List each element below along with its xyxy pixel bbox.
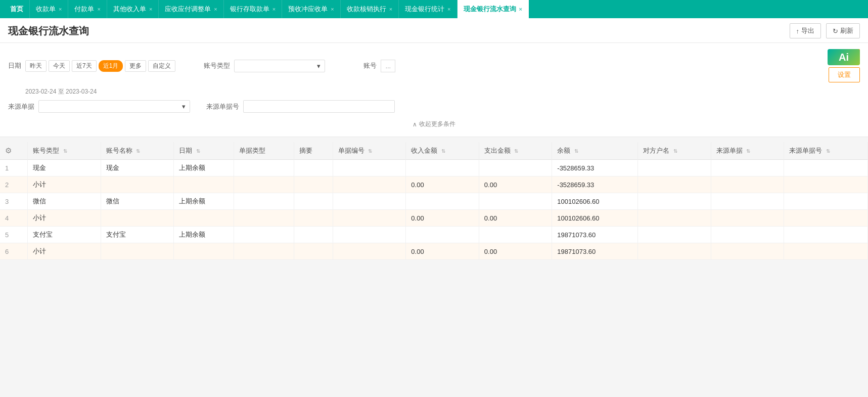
refresh-icon: ↻ xyxy=(833,27,838,35)
cell-counterparty xyxy=(638,177,711,193)
cell-balance: 19871073.60 xyxy=(552,243,638,260)
cell-account-type: 现金 xyxy=(28,160,101,177)
sort-date-icon: ⇅ xyxy=(196,148,200,154)
cell-date xyxy=(174,210,234,227)
close-payments-icon[interactable]: × xyxy=(97,6,100,12)
date-filter-group: 日期 昨天 今天 近7天 近1月 更多 自定义 xyxy=(8,60,175,72)
nav-payments[interactable]: 付款单 × xyxy=(68,0,107,18)
nav-other-income[interactable]: 其他收入单 × xyxy=(107,0,159,18)
nav-bank-stats[interactable]: 现金银行统计 × xyxy=(399,0,457,18)
source-doc-filter-group: 来源单据 ▾ xyxy=(8,100,190,113)
col-expense[interactable]: 支出金额 ⇅ xyxy=(479,142,552,160)
collapse-bar[interactable]: ∧ 收起更多条件 xyxy=(8,118,860,133)
date-label: 日期 xyxy=(8,61,21,70)
sort-account-type-icon: ⇅ xyxy=(63,148,67,154)
cell-balance: 100102606.60 xyxy=(552,210,638,227)
export-button[interactable]: ↑ 导出 xyxy=(790,23,821,38)
row-number: 6 xyxy=(0,243,28,260)
table-row: 4小计0.000.00100102606.60 xyxy=(0,210,868,227)
table-body: 1现金现金上期余额-3528659.332小计0.000.00-3528659.… xyxy=(0,160,868,260)
cell-source-doc xyxy=(711,243,784,260)
nav-write-off[interactable]: 收款核销执行 × xyxy=(341,0,399,18)
cell-income xyxy=(406,160,479,177)
col-balance[interactable]: 余额 ⇅ xyxy=(552,142,638,160)
cell-income: 0.00 xyxy=(406,210,479,227)
cell-counterparty xyxy=(638,243,711,260)
table-row: 5支付宝支付宝上期余额19871073.60 xyxy=(0,227,868,243)
refresh-button[interactable]: ↻ 刷新 xyxy=(826,23,860,38)
source-doc-no-label: 来源单据号 xyxy=(206,102,239,111)
close-write-off-icon[interactable]: × xyxy=(389,6,392,12)
date-last7days[interactable]: 近7天 xyxy=(72,60,97,72)
date-today[interactable]: 今天 xyxy=(49,60,70,72)
header-actions: ↑ 导出 ↻ 刷新 xyxy=(790,23,860,38)
ai-badge[interactable]: Ai xyxy=(828,49,860,65)
date-more[interactable]: 更多 xyxy=(125,60,146,72)
date-shortcuts: 昨天 今天 近7天 近1月 更多 自定义 xyxy=(25,60,175,72)
close-bank-flow-icon[interactable]: × xyxy=(519,6,522,12)
account-label: 账号 xyxy=(363,61,377,70)
date-last1month[interactable]: 近1月 xyxy=(99,60,123,72)
col-source-doc-no[interactable]: 来源单据号 ⇅ xyxy=(784,142,868,160)
date-custom[interactable]: 自定义 xyxy=(148,60,175,72)
sort-expense-icon: ⇅ xyxy=(514,148,518,154)
account-filter-group: 账号 ... xyxy=(363,60,395,72)
col-account-name[interactable]: 账号名称 ⇅ xyxy=(101,142,174,160)
cell-doc-type xyxy=(234,227,294,243)
source-doc-no-filter-group: 来源单据号 xyxy=(206,100,395,113)
nav-advance-receipts[interactable]: 预收冲应收单 × xyxy=(282,0,340,18)
date-yesterday[interactable]: 昨天 xyxy=(25,60,47,72)
col-doc-type[interactable]: 单据类型 xyxy=(234,142,294,160)
nav-home[interactable]: 首页 xyxy=(4,0,30,18)
col-doc-no[interactable]: 单据编号 ⇅ xyxy=(333,142,406,160)
cell-counterparty xyxy=(638,160,711,177)
cell-income: 0.00 xyxy=(406,177,479,193)
collapse-up-icon: ∧ xyxy=(413,121,417,128)
cell-counterparty xyxy=(638,227,711,243)
account-type-filter-group: 账号类型 ▾ xyxy=(204,60,325,72)
cell-account-name xyxy=(101,243,174,260)
close-other-income-icon[interactable]: × xyxy=(149,6,152,12)
col-counterparty[interactable]: 对方户名 ⇅ xyxy=(638,142,711,160)
close-advance-receipts-icon[interactable]: × xyxy=(331,6,334,12)
col-date[interactable]: 日期 ⇅ xyxy=(174,142,234,160)
cell-counterparty xyxy=(638,210,711,227)
col-income[interactable]: 收入金额 ⇅ xyxy=(406,142,479,160)
sort-source-doc-icon: ⇅ xyxy=(746,148,750,154)
col-summary[interactable]: 摘要 xyxy=(294,142,333,160)
date-range-text: 2023-02-24 至 2023-03-24 xyxy=(25,87,97,96)
cell-expense: 0.00 xyxy=(479,243,552,260)
row-number: 4 xyxy=(0,210,28,227)
nav-bank-flow[interactable]: 现金银行流水查询 × xyxy=(458,0,529,18)
settings-button[interactable]: 设置 xyxy=(829,67,860,82)
close-bank-stats-icon[interactable]: × xyxy=(447,6,450,12)
col-source-doc[interactable]: 来源单据 ⇅ xyxy=(711,142,784,160)
account-ellipsis-button[interactable]: ... xyxy=(381,60,395,72)
chevron-down-icon: ▾ xyxy=(317,62,321,70)
nav-bank-deposits[interactable]: 银行存取款单 × xyxy=(224,0,282,18)
table-header-row: ⚙ 账号类型 ⇅ 账号名称 ⇅ 日期 ⇅ 单据类型 摘要 xyxy=(0,142,868,160)
source-doc-select[interactable]: ▾ xyxy=(38,100,190,113)
table-row: 6小计0.000.0019871073.60 xyxy=(0,243,868,260)
cell-summary xyxy=(294,160,333,177)
close-bank-deposits-icon[interactable]: × xyxy=(272,6,276,12)
account-type-select[interactable]: ▾ xyxy=(234,60,325,72)
cell-source-doc xyxy=(711,227,784,243)
gear-settings-icon[interactable]: ⚙ xyxy=(5,146,12,155)
close-receipts-icon[interactable]: × xyxy=(59,6,62,12)
cell-doc-no xyxy=(333,227,406,243)
cell-income: 0.00 xyxy=(406,243,479,260)
data-table: ⚙ 账号类型 ⇅ 账号名称 ⇅ 日期 ⇅ 单据类型 摘要 xyxy=(0,142,868,260)
close-adjustments-icon[interactable]: × xyxy=(214,6,217,12)
col-account-type[interactable]: 账号类型 ⇅ xyxy=(28,142,101,160)
cell-account-name xyxy=(101,177,174,193)
nav-adjustments[interactable]: 应收应付调整单 × xyxy=(159,0,223,18)
cell-doc-type xyxy=(234,177,294,193)
cell-doc-no xyxy=(333,210,406,227)
nav-receipts[interactable]: 收款单 × xyxy=(30,0,68,18)
col-settings[interactable]: ⚙ xyxy=(0,142,28,160)
cell-doc-no xyxy=(333,160,406,177)
cell-doc-type xyxy=(234,193,294,210)
cell-doc-type xyxy=(234,210,294,227)
source-doc-no-input[interactable] xyxy=(243,100,395,113)
